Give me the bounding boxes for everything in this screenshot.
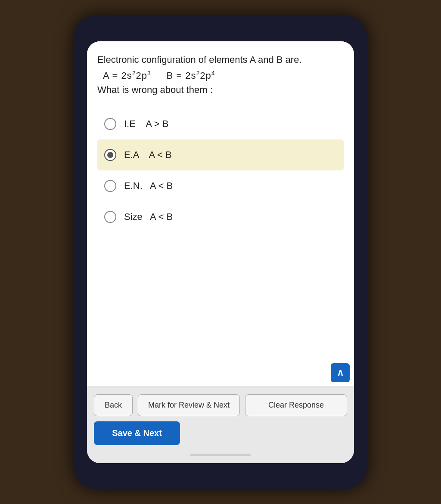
options-list: I.E A > B E.A A < B E.N. A < B Size A < … xyxy=(97,108,344,378)
action-row-top: Back Mark for Review & Next Clear Respon… xyxy=(94,394,347,416)
question-intro: Electronic configuration of elements A a… xyxy=(97,53,344,67)
formula-line: A = 2s22p3 B = 2s22p4 xyxy=(97,70,344,81)
question-area: Electronic configuration of elements A a… xyxy=(87,41,354,387)
option-1[interactable]: I.E A > B xyxy=(97,108,344,139)
action-row-bottom: Save & Next xyxy=(94,421,347,445)
option-2-label: E.A A < B xyxy=(124,149,172,161)
radio-1[interactable] xyxy=(104,118,116,130)
save-next-button[interactable]: Save & Next xyxy=(94,421,180,445)
radio-4[interactable] xyxy=(104,211,116,223)
option-4[interactable]: Size A < B xyxy=(97,201,344,232)
back-button[interactable]: Back xyxy=(94,394,133,416)
bottom-bar xyxy=(190,454,251,456)
option-4-label: Size A < B xyxy=(124,211,173,223)
clear-response-button[interactable]: Clear Response xyxy=(245,394,347,416)
mark-review-button[interactable]: Mark for Review & Next xyxy=(138,394,240,416)
phone-screen: Electronic configuration of elements A a… xyxy=(87,41,354,463)
bottom-actions: Back Mark for Review & Next Clear Respon… xyxy=(87,387,354,463)
option-2[interactable]: E.A A < B xyxy=(97,139,344,170)
radio-3[interactable] xyxy=(104,180,116,192)
scroll-up-button[interactable] xyxy=(331,363,350,382)
option-3[interactable]: E.N. A < B xyxy=(97,170,344,201)
radio-2[interactable] xyxy=(104,149,116,161)
phone-container: Electronic configuration of elements A a… xyxy=(74,15,367,489)
question-ask: What is wrong about them : xyxy=(97,84,344,96)
option-3-label: E.N. A < B xyxy=(124,180,173,192)
question-wrapper: Electronic configuration of elements A a… xyxy=(87,41,354,387)
option-1-label: I.E A > B xyxy=(124,118,168,130)
